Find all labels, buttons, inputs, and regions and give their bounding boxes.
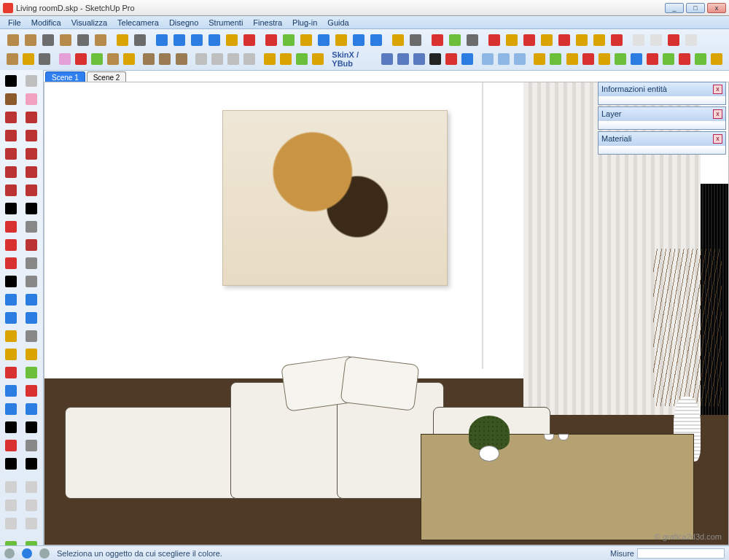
menu-finestra[interactable]: Finestra (248, 18, 287, 27)
toolbar-button[interactable] (189, 32, 205, 48)
tool-button[interactable] (23, 479, 40, 495)
toolbar-button[interactable] (194, 51, 208, 67)
tool-button[interactable] (23, 109, 40, 125)
toolbar-button[interactable] (262, 51, 277, 67)
toolbar-button[interactable] (460, 51, 475, 67)
toolbar-button[interactable] (380, 51, 394, 67)
tool-button[interactable] (23, 365, 40, 381)
tool-button[interactable] (2, 219, 20, 235)
toolbar-button[interactable] (298, 32, 314, 48)
tool-button[interactable] (2, 497, 20, 513)
tool-button[interactable] (2, 310, 20, 326)
toolbar-button[interactable] (210, 51, 225, 67)
tool-button[interactable] (2, 365, 20, 381)
toolbar-button[interactable] (444, 51, 459, 67)
toolbar-button[interactable] (281, 32, 297, 48)
toolbar-button[interactable] (93, 32, 109, 48)
tool-button[interactable] (2, 273, 20, 289)
tool-button[interactable] (23, 73, 40, 89)
panel-header[interactable]: Layerx (599, 107, 725, 120)
toolbar-button[interactable] (428, 51, 443, 67)
tool-button[interactable] (23, 164, 40, 180)
toolbar-button[interactable] (333, 32, 349, 48)
toolbar-button[interactable] (5, 32, 21, 48)
toolbar-button[interactable] (661, 51, 676, 67)
toolbar-button[interactable] (23, 32, 39, 48)
panel-close-icon[interactable]: x (713, 134, 722, 144)
toolbar-button[interactable] (564, 51, 579, 67)
close-button[interactable]: x (707, 3, 726, 13)
toolbar-button[interactable] (114, 32, 130, 48)
toolbar-button[interactable] (666, 32, 682, 48)
tool-button[interactable] (2, 419, 20, 435)
toolbar-button[interactable] (429, 32, 445, 48)
toolbar-button[interactable] (90, 51, 104, 67)
panel-close-icon[interactable]: x (713, 85, 722, 94)
panel-close-icon[interactable]: x (713, 109, 722, 119)
toolbar-button[interactable] (171, 32, 187, 48)
toolbar-button[interactable] (132, 32, 148, 48)
toolbar-button[interactable] (206, 32, 222, 48)
toolbar-button[interactable] (263, 32, 279, 48)
tool-button[interactable] (23, 383, 40, 399)
menu-visualizza[interactable]: Visualizza (66, 18, 112, 27)
toolbar-button[interactable] (609, 32, 625, 48)
tool-button[interactable] (23, 255, 40, 271)
toolbar-button[interactable] (486, 32, 502, 48)
toolbar-button[interactable] (464, 32, 480, 48)
tool-button[interactable] (23, 219, 40, 235)
toolbar-button[interactable] (532, 51, 547, 67)
measure-input[interactable] (637, 548, 725, 559)
toolbar-button[interactable] (58, 32, 74, 48)
toolbar-button[interactable] (408, 32, 424, 48)
toolbar-button[interactable] (447, 32, 463, 48)
toolbar-button[interactable] (709, 51, 724, 67)
toolbar-button[interactable] (106, 51, 120, 67)
tool-button[interactable] (2, 182, 20, 198)
tool-button[interactable] (2, 201, 20, 217)
tool-button[interactable] (2, 91, 20, 107)
tool-button[interactable] (23, 346, 40, 362)
menu-disegno[interactable]: Disegno (164, 18, 203, 27)
toolbar-button[interactable] (591, 32, 607, 48)
tool-button[interactable] (23, 201, 40, 217)
tool-button[interactable] (23, 182, 40, 198)
toolbar-button[interactable] (693, 51, 708, 67)
tool-button[interactable] (2, 292, 20, 308)
toolbar-button[interactable] (597, 51, 612, 67)
toolbar-button[interactable] (311, 51, 325, 67)
toolbar-button[interactable] (648, 32, 664, 48)
tool-button[interactable] (2, 73, 20, 89)
toolbar-button[interactable] (141, 51, 156, 67)
tool-button[interactable] (2, 479, 20, 495)
tool-button[interactable] (23, 128, 40, 144)
toolbar-button[interactable] (480, 51, 495, 67)
menu-strumenti[interactable]: Strumenti (203, 18, 248, 27)
tool-button[interactable] (2, 146, 20, 162)
tool-button[interactable] (23, 516, 40, 532)
tool-button[interactable] (23, 497, 40, 513)
tool-button[interactable] (2, 438, 20, 454)
tool-button[interactable] (2, 255, 20, 271)
tool-button[interactable] (23, 456, 40, 472)
toolbar-button[interactable] (40, 32, 56, 48)
toolbar-button[interactable] (631, 32, 647, 48)
tool-button[interactable] (2, 128, 20, 144)
tool-button[interactable] (23, 146, 40, 162)
menu-modifica[interactable]: Modifica (26, 18, 66, 27)
status-icon[interactable] (22, 548, 32, 559)
toolbar-button[interactable] (645, 51, 660, 67)
toolbar-button[interactable] (157, 51, 172, 67)
tool-button[interactable] (2, 237, 20, 253)
toolbar-button[interactable] (278, 51, 293, 67)
toolbar-button[interactable] (581, 51, 596, 67)
toolbar-button[interactable] (226, 51, 241, 67)
toolbar-button[interactable] (512, 51, 527, 67)
toolbar-button[interactable] (548, 51, 563, 67)
status-icon[interactable] (4, 548, 15, 559)
toolbar-button[interactable] (5, 51, 20, 67)
toolbar-button[interactable] (75, 32, 91, 48)
toolbar-button[interactable] (174, 51, 188, 67)
tool-button[interactable] (2, 456, 20, 472)
toolbar-button[interactable] (412, 51, 426, 67)
